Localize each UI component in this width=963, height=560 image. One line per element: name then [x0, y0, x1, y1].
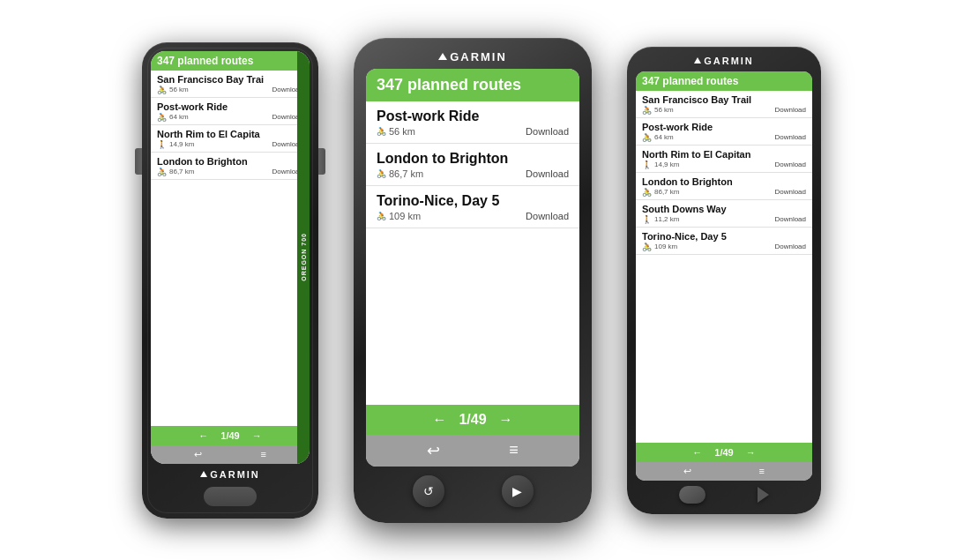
- edge800-route-list: Post-work Ride 🚴 56 km Download London t…: [366, 101, 579, 405]
- edge1000-screen: 347 planned routes San Francisco Bay Tra…: [636, 71, 812, 481]
- route-download-button[interactable]: Download: [774, 188, 806, 196]
- route-meta-left: 🚴 109 km: [377, 211, 421, 221]
- route-meta: 🚴 86,7 km Download: [642, 188, 806, 197]
- route-name: London to Brighton: [377, 151, 569, 167]
- back-icon[interactable]: ↩: [427, 441, 440, 460]
- route-name: North Rim to El Capitan: [642, 149, 806, 160]
- prev-page-button[interactable]: ←: [692, 447, 702, 458]
- route-download-button[interactable]: Download: [774, 243, 806, 250]
- route-name: London to Brighton: [157, 156, 303, 167]
- menu-icon[interactable]: ≡: [758, 466, 764, 476]
- back-icon[interactable]: ↩: [683, 466, 691, 477]
- prev-page-button[interactable]: ←: [198, 430, 208, 441]
- route-meta: 🚶 11,2 km Download: [642, 215, 806, 224]
- route-download-button[interactable]: Download: [774, 106, 806, 114]
- menu-icon[interactable]: ≡: [260, 449, 265, 459]
- edge1000-play-button[interactable]: [758, 487, 769, 503]
- route-meta-left: 🚴 86,7 km: [642, 188, 679, 197]
- edge1000-route-list: San Francisco Bay Trail 🚴 56 km Download…: [636, 91, 812, 443]
- edge-back-button[interactable]: ↺: [413, 475, 444, 507]
- route-meta: 🚶 14,9 km Download: [157, 140, 303, 149]
- bike-icon: 🚴: [157, 168, 167, 176]
- route-dist: 64 km: [169, 113, 189, 121]
- route-name: London to Brighton: [642, 176, 806, 187]
- menu-icon[interactable]: ≡: [509, 441, 519, 459]
- route-meta-left: 🚶 14,9 km: [642, 161, 679, 169]
- edge800-screen-content: 347 planned routes Post-work Ride 🚴 56 k…: [366, 69, 579, 467]
- route-meta: 🚴 86,7 km Download: [377, 168, 569, 179]
- garmin-triangle-icon: [694, 57, 701, 63]
- route-dist: 56 km: [654, 106, 674, 114]
- route-download-button[interactable]: Download: [526, 211, 569, 221]
- route-name: Post-work Ride: [642, 122, 806, 132]
- route-name: San Francisco Bay Trail: [642, 94, 806, 105]
- route-meta: 🚴 56 km Download: [377, 126, 569, 137]
- route-name: Torino-Nice, Day 5: [642, 231, 806, 242]
- edge1000-routes-header: 347 planned routes: [636, 71, 812, 91]
- edge1000-garmin-top: GARMIN: [694, 56, 754, 66]
- list-item: North Rim to El Capita 🚶 14,9 km Downloa…: [151, 125, 310, 153]
- next-page-button[interactable]: →: [746, 447, 756, 458]
- route-dist: 109 km: [654, 243, 677, 250]
- side-button-right[interactable]: [318, 148, 325, 175]
- side-button-left[interactable]: [135, 148, 142, 175]
- route-download-button[interactable]: Download: [526, 168, 569, 179]
- route-dist: 14,9 km: [654, 161, 679, 168]
- route-download-button[interactable]: Download: [774, 161, 806, 168]
- route-meta-left: 🚴 86,7 km: [157, 168, 194, 176]
- route-name: San Francisco Bay Trai: [157, 74, 303, 85]
- route-meta: 🚴 56 km Download: [642, 106, 806, 115]
- device-edge1000: GARMIN 347 planned routes San Francisco …: [627, 47, 821, 514]
- route-dist: 86,7 km: [389, 168, 423, 179]
- route-dist: 64 km: [654, 133, 674, 141]
- list-item: Post-work Ride 🚴 64 km Download: [636, 118, 812, 146]
- route-meta-left: 🚴 56 km: [377, 126, 415, 137]
- route-dist: 14,9 km: [169, 140, 194, 148]
- route-name: Post-work Ride: [157, 101, 303, 112]
- oregon-screen-content: 347 planned routes San Francisco Bay Tra…: [151, 51, 310, 464]
- page-indicator: 1/49: [220, 430, 239, 441]
- route-download-button[interactable]: Download: [774, 133, 806, 141]
- bike-icon: 🚴: [377, 212, 386, 220]
- bike-icon: 🚴: [642, 188, 652, 197]
- edge-play-button[interactable]: ▶: [502, 475, 534, 507]
- list-item: Post-work Ride 🚴 56 km Download: [366, 101, 579, 144]
- prev-page-button[interactable]: ←: [432, 412, 446, 428]
- garmin-logo: GARMIN: [200, 469, 260, 480]
- hike-icon: 🚶: [642, 215, 652, 224]
- route-meta: 🚴 86,7 km Download: [157, 168, 303, 176]
- route-name: Post-work Ride: [377, 108, 569, 124]
- next-page-button[interactable]: →: [252, 430, 262, 441]
- garmin-text: GARMIN: [450, 50, 507, 63]
- route-meta-left: 🚴 56 km: [157, 86, 189, 94]
- bike-icon: 🚴: [377, 169, 386, 178]
- list-item: North Rim to El Capitan 🚶 14,9 km Downlo…: [636, 146, 812, 173]
- list-item: San Francisco Bay Trai 🚴 56 km Download: [151, 71, 310, 98]
- route-meta: 🚴 64 km Download: [642, 133, 806, 142]
- route-meta: 🚴 109 km Download: [642, 243, 806, 251]
- route-name: South Downs Way: [642, 204, 806, 214]
- list-item: London to Brighton 🚴 86,7 km Download: [151, 153, 310, 180]
- edge800-routes-header: 347 planned routes: [366, 69, 579, 101]
- bike-icon: 🚴: [642, 243, 652, 251]
- route-download-button[interactable]: Download: [774, 215, 806, 223]
- back-icon[interactable]: ↩: [194, 449, 202, 460]
- edge1000-screen-content: 347 planned routes San Francisco Bay Tra…: [636, 71, 812, 481]
- bottom-icons-bar: ↩ ≡: [151, 445, 310, 464]
- route-dist: 86,7 km: [169, 168, 194, 175]
- edge-garmin-top: GARMIN: [438, 50, 507, 63]
- oregon-garmin-bottom: GARMIN: [200, 469, 260, 506]
- next-page-button[interactable]: →: [499, 412, 513, 428]
- garmin-triangle-icon: [200, 471, 207, 477]
- bike-icon: 🚴: [377, 127, 386, 136]
- route-meta: 🚴 109 km Download: [377, 211, 569, 221]
- edge800-screen: 347 planned routes Post-work Ride 🚴 56 k…: [366, 69, 579, 467]
- route-dist: 109 km: [389, 211, 421, 221]
- route-download-button[interactable]: Download: [526, 126, 569, 137]
- device-edge800: GARMIN 347 planned routes Post-work Ride…: [354, 38, 592, 523]
- route-meta: 🚴 56 km Download: [157, 86, 303, 94]
- edge1000-back-button[interactable]: [679, 486, 705, 504]
- bottom-icons-bar: ↩ ≡: [636, 462, 812, 481]
- bike-icon: 🚴: [157, 86, 167, 94]
- navigation-bar: ← 1/49 →: [366, 405, 579, 435]
